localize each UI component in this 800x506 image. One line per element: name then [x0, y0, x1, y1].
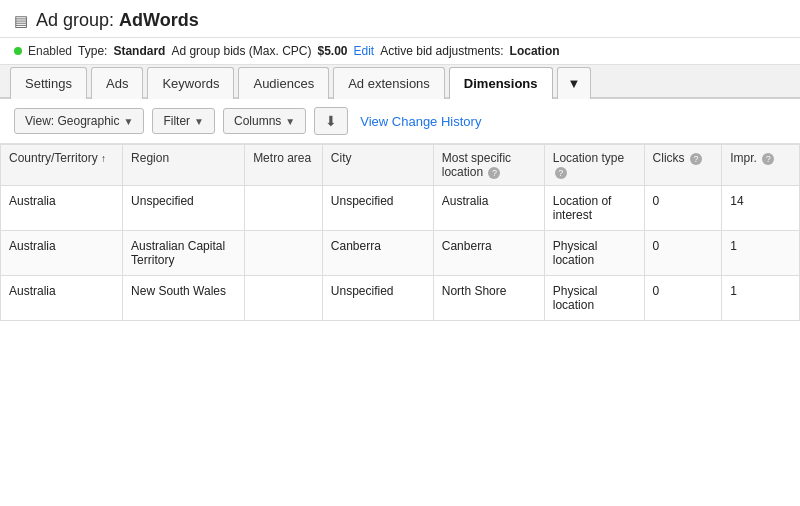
view-geographic-button[interactable]: View: Geographic ▼	[14, 108, 144, 134]
filter-dropdown-icon: ▼	[194, 116, 204, 127]
active-bid-label: Active bid adjustments:	[380, 44, 503, 58]
cell-loctype-2: Physical location	[544, 276, 644, 321]
tab-keywords[interactable]: Keywords	[147, 67, 234, 99]
col-header-metro: Metro area	[245, 145, 323, 186]
edit-link[interactable]: Edit	[354, 44, 375, 58]
cell-region-2: New South Wales	[123, 276, 245, 321]
adgroup-icon: ▤	[14, 12, 28, 30]
tab-settings[interactable]: Settings	[10, 67, 87, 99]
tab-dimensions[interactable]: Dimensions	[449, 67, 553, 99]
help-icon-specific[interactable]: ?	[488, 167, 500, 179]
col-header-city: City	[322, 145, 433, 186]
cell-region-0: Unspecified	[123, 186, 245, 231]
col-header-country: Country/Territory ↑	[1, 145, 123, 186]
type-label: Type:	[78, 44, 107, 58]
cell-metro-0	[245, 186, 323, 231]
tab-audiences[interactable]: Audiences	[238, 67, 329, 99]
bid-label: Ad group bids (Max. CPC)	[171, 44, 311, 58]
cell-country-0: Australia	[1, 186, 123, 231]
sort-icon-country: ↑	[101, 153, 106, 164]
help-icon-impr[interactable]: ?	[762, 153, 774, 165]
help-icon-loctype[interactable]: ?	[555, 167, 567, 179]
page-header: ▤ Ad group: AdWords	[0, 0, 800, 38]
toolbar: View: Geographic ▼ Filter ▼ Columns ▼ ⬇ …	[0, 99, 800, 144]
page-title: Ad group: AdWords	[36, 10, 199, 31]
cell-impr-2: 1	[722, 276, 800, 321]
status-dot	[14, 47, 22, 55]
tab-ads[interactable]: Ads	[91, 67, 143, 99]
tab-bar: Settings Ads Keywords Audiences Ad exten…	[0, 65, 800, 99]
columns-button[interactable]: Columns ▼	[223, 108, 306, 134]
cell-city-0: Unspecified	[322, 186, 433, 231]
cell-metro-1	[245, 231, 323, 276]
table-row: AustraliaAustralian Capital TerritoryCan…	[1, 231, 800, 276]
cell-impr-0: 14	[722, 186, 800, 231]
cell-impr-1: 1	[722, 231, 800, 276]
cell-city-1: Canberra	[322, 231, 433, 276]
cell-loctype-1: Physical location	[544, 231, 644, 276]
cell-specific-2: North Shore	[433, 276, 544, 321]
tab-more-button[interactable]: ▼	[557, 67, 592, 99]
cell-loctype-0: Location of interest	[544, 186, 644, 231]
col-header-clicks: Clicks ?	[644, 145, 722, 186]
cell-specific-1: Canberra	[433, 231, 544, 276]
cell-metro-2	[245, 276, 323, 321]
columns-dropdown-icon: ▼	[285, 116, 295, 127]
cell-country-2: Australia	[1, 276, 123, 321]
cell-region-1: Australian Capital Territory	[123, 231, 245, 276]
table-header-row: Country/Territory ↑ Region Metro area Ci…	[1, 145, 800, 186]
tab-ad-extensions[interactable]: Ad extensions	[333, 67, 445, 99]
type-value: Standard	[113, 44, 165, 58]
download-button[interactable]: ⬇	[314, 107, 348, 135]
geographic-table: Country/Territory ↑ Region Metro area Ci…	[0, 144, 800, 321]
filter-button[interactable]: Filter ▼	[152, 108, 215, 134]
view-change-history-link[interactable]: View Change History	[360, 114, 481, 129]
cell-clicks-0: 0	[644, 186, 722, 231]
bid-value: $5.00	[317, 44, 347, 58]
table-row: AustraliaUnspecifiedUnspecifiedAustralia…	[1, 186, 800, 231]
data-table-container: Country/Territory ↑ Region Metro area Ci…	[0, 144, 800, 321]
cell-clicks-2: 0	[644, 276, 722, 321]
col-header-region: Region	[123, 145, 245, 186]
cell-country-1: Australia	[1, 231, 123, 276]
active-bid-value: Location	[510, 44, 560, 58]
help-icon-clicks[interactable]: ?	[690, 153, 702, 165]
status-bar: Enabled Type: Standard Ad group bids (Ma…	[0, 38, 800, 65]
table-row: AustraliaNew South WalesUnspecifiedNorth…	[1, 276, 800, 321]
col-header-specific: Most specific location ?	[433, 145, 544, 186]
col-header-loctype: Location type ?	[544, 145, 644, 186]
view-dropdown-icon: ▼	[124, 116, 134, 127]
enabled-label: Enabled	[28, 44, 72, 58]
col-header-impr: Impr. ?	[722, 145, 800, 186]
cell-clicks-1: 0	[644, 231, 722, 276]
cell-city-2: Unspecified	[322, 276, 433, 321]
cell-specific-0: Australia	[433, 186, 544, 231]
